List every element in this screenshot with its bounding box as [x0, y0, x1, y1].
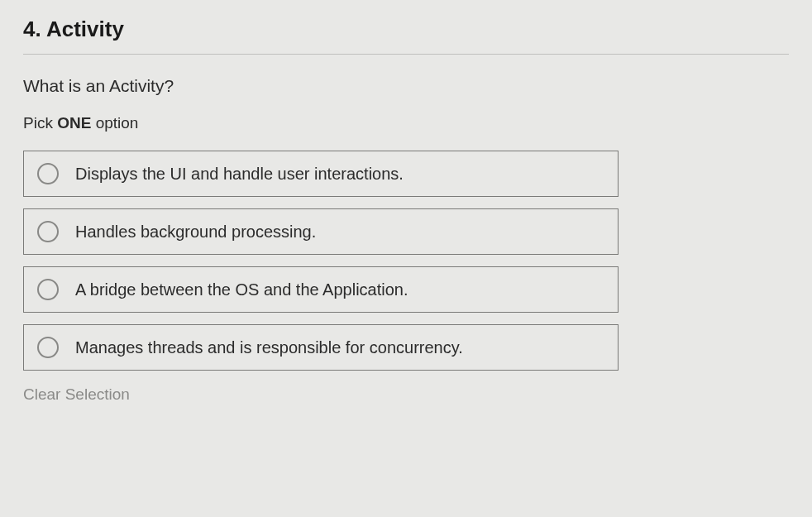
question-number: 4. — [23, 17, 41, 41]
quiz-container: 4. Activity What is an Activity? Pick ON… — [0, 0, 812, 404]
option-label: Displays the UI and handle user interact… — [75, 165, 404, 184]
option-label: Handles background processing. — [75, 223, 316, 242]
radio-icon — [37, 337, 59, 358]
instruction-prefix: Pick — [23, 114, 57, 132]
option-label: A bridge between the OS and the Applicat… — [75, 280, 408, 299]
option-label: Manages threads and is responsible for c… — [75, 338, 463, 357]
question-text: What is an Activity? — [23, 76, 789, 96]
clear-selection-button[interactable]: Clear Selection — [23, 385, 130, 404]
radio-icon — [37, 221, 59, 242]
option-3[interactable]: A bridge between the OS and the Applicat… — [23, 266, 619, 313]
question-title: Activity — [46, 17, 124, 41]
option-4[interactable]: Manages threads and is responsible for c… — [23, 324, 619, 371]
radio-icon — [37, 163, 59, 184]
question-header: 4. Activity — [23, 17, 789, 55]
options-list: Displays the UI and handle user interact… — [23, 151, 619, 371]
option-1[interactable]: Displays the UI and handle user interact… — [23, 151, 619, 197]
radio-icon — [37, 279, 59, 300]
instruction-suffix: option — [91, 114, 138, 132]
instruction-text: Pick ONE option — [23, 114, 789, 132]
option-2[interactable]: Handles background processing. — [23, 208, 619, 255]
instruction-bold: ONE — [57, 114, 91, 132]
